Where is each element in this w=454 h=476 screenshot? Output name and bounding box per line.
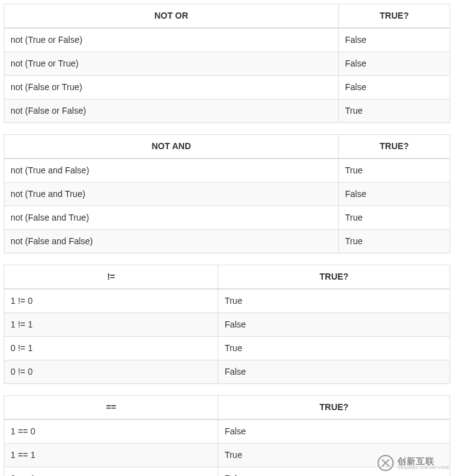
table-row: 0 != 0False bbox=[4, 360, 450, 384]
cell-expression: not (False or False) bbox=[4, 99, 339, 123]
col-header-expression: == bbox=[4, 396, 218, 420]
cell-expression: not (True and False) bbox=[4, 158, 339, 183]
col-header-result: TRUE? bbox=[218, 396, 450, 420]
table-row: 1 != 0True bbox=[4, 289, 450, 313]
cell-result: False bbox=[218, 313, 450, 337]
table-row: 1 == 1True bbox=[4, 444, 450, 467]
cell-expression: not (False or True) bbox=[4, 76, 339, 99]
table-row: not (True and True)False bbox=[4, 183, 450, 206]
table-row: not (False and True)True bbox=[4, 206, 450, 230]
cell-expression: not (True or False) bbox=[4, 28, 339, 52]
table-header-row: == TRUE? bbox=[4, 396, 450, 420]
table-row: not (True or False)False bbox=[4, 28, 450, 52]
cell-expression: not (False and False) bbox=[4, 230, 339, 254]
cell-expression: 1 == 0 bbox=[4, 419, 218, 444]
cell-expression: 1 != 1 bbox=[4, 313, 218, 337]
cell-result: False bbox=[218, 467, 450, 477]
cell-result: False bbox=[338, 28, 450, 52]
table-equal: == TRUE? 1 == 0False 1 == 1True 0 == 1Fa… bbox=[4, 395, 450, 476]
table-header-row: NOT OR TRUE? bbox=[4, 4, 450, 29]
cell-result: True bbox=[338, 158, 450, 183]
table-row: not (False or True)False bbox=[4, 76, 450, 99]
table-header-row: != TRUE? bbox=[4, 265, 450, 290]
cell-result: False bbox=[338, 183, 450, 206]
cell-result: False bbox=[338, 52, 450, 76]
cell-expression: 1 == 1 bbox=[4, 444, 218, 467]
cell-result: True bbox=[218, 289, 450, 313]
table-not-and: NOT AND TRUE? not (True and False)True n… bbox=[4, 134, 450, 254]
cell-expression: not (True or True) bbox=[4, 52, 339, 76]
table-not-or: NOT OR TRUE? not (True or False)False no… bbox=[4, 4, 450, 123]
cell-expression: not (True and True) bbox=[4, 183, 339, 206]
cell-result: True bbox=[218, 444, 450, 467]
cell-expression: 0 != 1 bbox=[4, 337, 218, 360]
cell-result: False bbox=[218, 360, 450, 384]
cell-result: True bbox=[338, 206, 450, 230]
table-row: not (False and False)True bbox=[4, 230, 450, 254]
cell-result: False bbox=[338, 76, 450, 99]
table-row: 1 != 1False bbox=[4, 313, 450, 337]
cell-result: True bbox=[338, 99, 450, 123]
table-not-equal: != TRUE? 1 != 0True 1 != 1False 0 != 1Tr… bbox=[4, 265, 450, 384]
table-row: 0 == 1False bbox=[4, 467, 450, 477]
col-header-expression: NOT AND bbox=[4, 135, 339, 159]
cell-result: True bbox=[338, 230, 450, 254]
table-row: not (True and False)True bbox=[4, 158, 450, 183]
col-header-result: TRUE? bbox=[338, 4, 450, 29]
table-row: not (True or True)False bbox=[4, 52, 450, 76]
cell-expression: 1 != 0 bbox=[4, 289, 218, 313]
cell-expression: 0 == 1 bbox=[4, 467, 218, 477]
cell-expression: not (False and True) bbox=[4, 206, 339, 230]
cell-result: False bbox=[218, 419, 450, 444]
col-header-result: TRUE? bbox=[218, 265, 450, 290]
col-header-expression: != bbox=[4, 265, 218, 290]
table-row: 1 == 0False bbox=[4, 419, 450, 444]
table-header-row: NOT AND TRUE? bbox=[4, 135, 450, 159]
col-header-result: TRUE? bbox=[338, 135, 450, 159]
col-header-expression: NOT OR bbox=[4, 4, 339, 29]
cell-expression: 0 != 0 bbox=[4, 360, 218, 384]
table-row: 0 != 1True bbox=[4, 337, 450, 360]
cell-result: True bbox=[218, 337, 450, 360]
table-row: not (False or False)True bbox=[4, 99, 450, 123]
